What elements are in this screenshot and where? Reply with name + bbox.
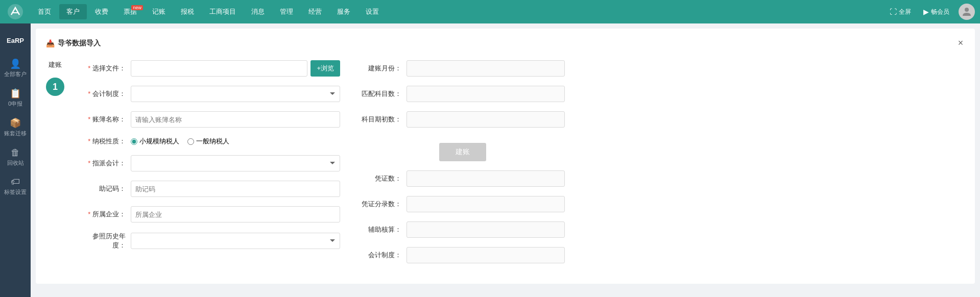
form-left: 选择文件： +浏览 会计制度： xyxy=(85,60,340,259)
ledger-input[interactable] xyxy=(131,111,340,128)
ledger-label: 账簿名称： xyxy=(85,115,131,124)
panel-header: 📥 导爷数据导入 xyxy=(46,39,965,48)
voucher-count-value xyxy=(407,170,565,187)
file-label: 选择文件： xyxy=(85,64,131,73)
build-button[interactable]: 建账 xyxy=(439,143,486,161)
accounting-system-row: 会计制度： xyxy=(361,247,565,263)
radio-group: 小规模纳税人 一般纳税人 xyxy=(131,137,340,146)
build-btn-row: 建账 xyxy=(361,138,565,161)
nav-operations[interactable]: 经营 xyxy=(301,4,329,19)
sidebar-item-label: 回收站 xyxy=(7,160,24,166)
build-month-value xyxy=(407,60,565,77)
svg-point-1 xyxy=(965,8,969,12)
sidebar-item-all-clients[interactable]: 👤 全部客户 xyxy=(1,54,30,82)
sidebar: EaRP 👤 全部客户 📋 0申报 📦 账套迁移 🗑 回收站 🏷 标签设置 xyxy=(0,23,31,297)
fullscreen-button[interactable]: ⛶ 全屏 xyxy=(887,6,914,18)
fullscreen-icon: ⛶ xyxy=(890,8,897,16)
radio-general-input[interactable] xyxy=(187,138,194,145)
memo-label: 助记码： xyxy=(85,184,131,193)
sidebar-item-label-settings[interactable]: 🏷 标签设置 xyxy=(1,172,30,200)
nav-home[interactable]: 首页 xyxy=(31,4,58,19)
member-button[interactable]: ▶ 畅会员 xyxy=(920,6,952,18)
accounting-row: 会计制度： xyxy=(85,86,340,102)
sidebar-item-recycle-bin[interactable]: 🗑 回收站 xyxy=(1,143,30,170)
nav-messages[interactable]: 消息 xyxy=(244,4,272,19)
panel-title: 导爷数据导入 xyxy=(58,39,101,48)
history-select[interactable] xyxy=(131,233,340,249)
company-row: 所属企业： xyxy=(85,206,340,222)
fullscreen-label: 全屏 xyxy=(899,8,911,16)
accounting-select[interactable] xyxy=(131,86,340,102)
aux-accounting-label: 辅助核算： xyxy=(361,225,407,234)
top-nav: 首页 客户 收费 票据 new 记账 报税 工商项目 消息 管理 经营 服务 设… xyxy=(0,0,980,23)
aux-accounting-row: 辅助核算： xyxy=(361,221,565,238)
match-subjects-label: 匹配科目数： xyxy=(361,89,407,98)
aux-accounting-value xyxy=(407,221,565,238)
voucher-entries-value xyxy=(407,196,565,212)
logo[interactable] xyxy=(5,2,26,22)
radio-general-label: 一般纳税人 xyxy=(196,137,229,146)
close-button[interactable]: × xyxy=(954,37,967,49)
new-badge: new xyxy=(131,5,143,10)
accountant-row: 指派会计： xyxy=(85,155,340,171)
sidebar-item-account-migration[interactable]: 📦 账套迁移 xyxy=(1,113,30,141)
sidebar-item-label: 全部客户 xyxy=(4,71,27,78)
accountant-select[interactable] xyxy=(131,155,340,171)
nav-settings[interactable]: 设置 xyxy=(358,4,386,19)
nav-fees[interactable]: 收费 xyxy=(88,4,115,19)
sidebar-item-label: 标签设置 xyxy=(4,189,27,195)
all-clients-icon: 👤 xyxy=(10,58,21,69)
file-input-group: +浏览 xyxy=(131,60,340,77)
nav-tax[interactable]: 报税 xyxy=(174,4,201,19)
nav-bookkeeping[interactable]: 记账 xyxy=(145,4,173,19)
accountant-label: 指派会计： xyxy=(85,159,131,168)
subject-init-row: 科目期初数： xyxy=(361,111,565,128)
subject-init-label: 科目期初数： xyxy=(361,115,407,124)
nav-invoices[interactable]: 票据 new xyxy=(116,4,144,19)
form-layout: 建账 1 选择文件： +浏览 会计制度： xyxy=(46,60,965,273)
build-month-row: 建账月份： xyxy=(361,60,565,77)
sidebar-item-label: 账套迁移 xyxy=(4,130,27,137)
nav-business[interactable]: 工商项目 xyxy=(202,4,243,19)
radio-small-input[interactable] xyxy=(131,138,137,145)
memo-input[interactable] xyxy=(131,181,340,197)
voucher-count-row: 凭证数： xyxy=(361,170,565,187)
voucher-entries-label: 凭证分录数： xyxy=(361,200,407,209)
main-content: 📥 导爷数据导入 × 建账 1 选择文件： xyxy=(31,23,980,297)
sidebar-logo: EaRP xyxy=(1,29,30,52)
nav-customers[interactable]: 客户 xyxy=(59,4,87,19)
accounting-system-label: 会计制度： xyxy=(361,251,407,260)
sidebar-item-declaration[interactable]: 📋 0申报 xyxy=(1,84,30,111)
recycle-bin-icon: 🗑 xyxy=(11,147,20,158)
accounting-system-value xyxy=(407,247,565,263)
file-text-input[interactable] xyxy=(131,60,307,77)
step-section: 建账 1 xyxy=(46,60,64,96)
nav-management[interactable]: 管理 xyxy=(273,4,300,19)
radio-small-scale[interactable]: 小规模纳税人 xyxy=(131,137,179,146)
memo-row: 助记码： xyxy=(85,181,340,197)
step-circle: 1 xyxy=(46,78,64,96)
voucher-entries-row: 凭证分录数： xyxy=(361,196,565,212)
radio-general[interactable]: 一般纳税人 xyxy=(187,137,229,146)
avatar[interactable] xyxy=(959,4,975,20)
layout: EaRP 👤 全部客户 📋 0申报 📦 账套迁移 🗑 回收站 🏷 标签设置 📥 xyxy=(0,23,980,297)
member-label: 畅会员 xyxy=(931,8,949,16)
step-label: 建账 xyxy=(49,60,62,69)
company-input[interactable] xyxy=(131,206,340,222)
nav-items: 首页 客户 收费 票据 new 记账 报税 工商项目 消息 管理 经营 服务 设… xyxy=(31,4,887,19)
account-migration-icon: 📦 xyxy=(10,117,21,129)
ledger-row: 账簿名称： xyxy=(85,111,340,128)
declaration-icon: 📋 xyxy=(10,88,21,99)
tax-type-label: 纳税性质： xyxy=(85,137,131,146)
voucher-count-label: 凭证数： xyxy=(361,174,407,183)
nav-services[interactable]: 服务 xyxy=(330,4,357,19)
history-label: 参照历史年度： xyxy=(85,232,131,250)
form-right: 建账月份： 匹配科目数： 科目期初数： 建账 xyxy=(361,60,565,273)
radio-small-label: 小规模纳税人 xyxy=(139,137,179,146)
sidebar-item-label: 0申报 xyxy=(8,101,22,107)
label-settings-icon: 🏷 xyxy=(11,177,20,187)
match-subjects-value xyxy=(407,86,565,102)
browse-button[interactable]: +浏览 xyxy=(310,60,340,77)
import-icon: 📥 xyxy=(46,39,55,47)
match-subjects-row: 匹配科目数： xyxy=(361,86,565,102)
